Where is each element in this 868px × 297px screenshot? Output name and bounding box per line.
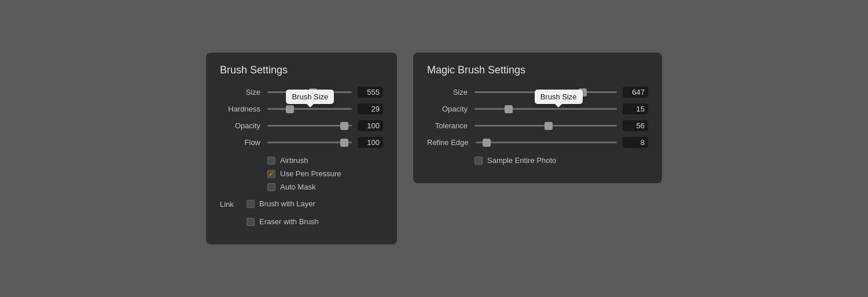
magic-size-label: Size [427,88,468,96]
refine-edge-label: Refine Edge [427,138,469,147]
brush-settings-panel: Brush Settings Size 555 Hardness Brush S… [206,53,397,244]
pen-pressure-label: Use Pen Pressure [280,169,341,178]
opacity-slider-track-container [267,125,352,127]
pen-pressure-checkbox[interactable]: ✓ [267,170,275,178]
hardness-slider-track-container: Brush Size [267,108,352,110]
airbrush-label: Airbrush [280,156,308,165]
auto-mask-checkbox[interactable] [267,183,275,191]
hardness-slider-thumb[interactable] [286,105,294,113]
flow-value[interactable]: 100 [358,137,383,148]
brush-with-layer-row: Brush with Layer [247,199,319,208]
eraser-with-brush-row: Eraser with Brush [247,217,319,226]
magic-opacity-slider-thumb[interactable] [505,105,513,113]
magic-checkboxes-section: Sample Entire Photo [475,156,648,165]
magic-size-value[interactable]: 647 [623,87,648,98]
link-checkboxes: Brush with Layer Eraser with Brush [247,199,319,231]
tolerance-value[interactable]: 56 [623,120,648,131]
hardness-label: Hardness [220,105,260,113]
tolerance-slider-track-container [475,125,617,127]
brush-with-layer-checkbox[interactable] [247,200,255,208]
flow-slider-track [267,142,352,143]
magic-brush-settings-title: Magic Brush Settings [427,64,648,76]
size-label: Size [220,88,260,96]
opacity-value[interactable]: 100 [358,120,383,131]
opacity-slider-thumb[interactable] [340,122,348,130]
opacity-slider-row: Opacity 100 [220,120,383,131]
refine-edge-slider-track [476,142,617,143]
airbrush-checkbox[interactable] [267,157,275,165]
sample-entire-photo-checkbox[interactable] [475,157,483,165]
sample-entire-photo-row: Sample Entire Photo [475,156,648,165]
magic-size-slider-track-container [475,91,617,93]
flow-label: Flow [220,138,260,147]
eraser-with-brush-label: Eraser with Brush [259,217,319,226]
refine-edge-value[interactable]: 8 [623,137,648,148]
tolerance-slider-row: Tolerance 56 [427,120,648,131]
tolerance-slider-thumb[interactable] [545,122,553,130]
magic-opacity-label: Opacity [427,105,468,113]
brush-with-layer-label: Brush with Layer [259,199,315,208]
size-slider-track-container [267,91,352,93]
eraser-with-brush-checkbox[interactable] [247,218,255,226]
refine-edge-slider-row: Refine Edge 8 [427,137,648,148]
auto-mask-label: Auto Mask [280,183,315,191]
magic-opacity-slider-track: Brush Size [475,108,617,110]
tolerance-label: Tolerance [427,121,468,130]
auto-mask-checkbox-row: Auto Mask [267,183,383,191]
magic-size-slider-track [475,91,617,93]
tolerance-slider-track [475,125,617,127]
refine-edge-slider-track-container [476,142,617,143]
airbrush-checkbox-row: Airbrush [267,156,383,165]
magic-size-slider-thumb[interactable] [579,88,587,96]
checkboxes-section: Airbrush ✓ Use Pen Pressure Auto Mask [267,156,383,191]
flow-slider-thumb[interactable] [340,139,348,147]
size-slider-row: Size 555 [220,87,383,98]
hardness-slider-row: Hardness Brush Size 29 [220,103,383,114]
panels-container: Brush Settings Size 555 Hardness Brush S… [194,41,674,256]
brush-settings-title: Brush Settings [220,64,383,76]
opacity-slider-track [267,125,352,127]
size-slider-track [267,91,352,93]
pen-pressure-checkbox-row: ✓ Use Pen Pressure [267,169,383,178]
hardness-slider-track: Brush Size [267,108,352,110]
pen-pressure-checkmark: ✓ [269,170,274,177]
magic-brush-settings-panel: Magic Brush Settings Size 647 Opacity Br… [413,53,662,183]
link-section: Link Brush with Layer Eraser with Brush [220,199,383,231]
link-label: Link [220,199,242,209]
hardness-value[interactable]: 29 [358,103,383,114]
refine-edge-slider-thumb[interactable] [483,139,491,147]
magic-size-slider-row: Size 647 [427,87,648,98]
magic-opacity-value[interactable]: 15 [623,103,648,114]
flow-slider-row: Flow 100 [220,137,383,148]
opacity-label: Opacity [220,121,260,130]
size-slider-thumb[interactable] [309,88,317,96]
magic-opacity-slider-row: Opacity Brush Size 15 [427,103,648,114]
size-value[interactable]: 555 [358,87,383,98]
magic-opacity-slider-track-container: Brush Size [475,108,617,110]
flow-slider-track-container [267,142,352,143]
sample-entire-photo-label: Sample Entire Photo [487,156,556,165]
